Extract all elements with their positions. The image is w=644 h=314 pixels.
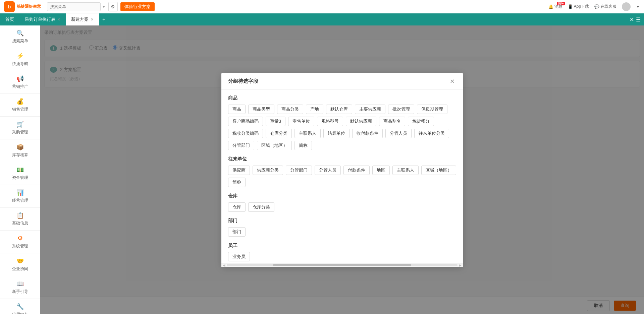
- field-tag[interactable]: 商品: [228, 105, 246, 114]
- field-tag[interactable]: 仓库: [228, 202, 246, 212]
- field-tag[interactable]: 批次管理: [388, 105, 414, 114]
- field-tag[interactable]: 税收分类编码: [228, 129, 263, 138]
- hscroll-thumb[interactable]: [273, 264, 412, 266]
- field-tag[interactable]: 分管部门: [286, 166, 312, 175]
- service-icon: 💬: [594, 4, 599, 9]
- bell-icon: 🔔: [548, 4, 553, 9]
- avatar[interactable]: [622, 2, 631, 11]
- app-download-button[interactable]: 📱 App下载: [568, 4, 589, 9]
- sidebar-item-search[interactable]: 🔍 搜索菜单: [0, 25, 40, 48]
- sidebar-purchase-label: 采购管理: [12, 129, 28, 135]
- search-input[interactable]: [47, 2, 101, 11]
- logo-char: b: [8, 4, 11, 9]
- field-tag[interactable]: 规格型号: [317, 117, 343, 126]
- try-button[interactable]: 体验行业方案: [120, 2, 155, 11]
- bell-button[interactable]: 🔔 消息 99+: [548, 4, 562, 9]
- tabbar: 首页 采购订单执行表 ✕ 新建方案 ✕ + ✕ ☰: [0, 13, 644, 25]
- field-tag[interactable]: 分管人员: [385, 129, 412, 138]
- sidebar-collab-label: 企业协同: [12, 266, 28, 272]
- group-dept-title: 部门: [228, 218, 456, 224]
- field-tag[interactable]: 重量3: [266, 117, 285, 126]
- field-tag[interactable]: 主联系人: [294, 129, 321, 138]
- field-tag[interactable]: 保质期管理: [417, 105, 447, 114]
- tab-home[interactable]: 首页: [0, 13, 19, 25]
- field-tag[interactable]: 客户商品编码: [228, 117, 263, 126]
- hscroll-left-icon[interactable]: ◀: [223, 263, 227, 267]
- sidebar-item-operations[interactable]: 📊 经营管理: [0, 185, 40, 208]
- field-tag[interactable]: 区域（地区）: [257, 141, 292, 150]
- modal-horizontal-scrollbar[interactable]: ◀ ▶: [221, 263, 463, 267]
- group-partner-title: 往来单位: [228, 156, 456, 162]
- tabbar-close-icon[interactable]: ✕: [630, 16, 634, 23]
- field-tag[interactable]: 供应商: [228, 166, 250, 175]
- field-tag[interactable]: 往来单位分类: [414, 129, 449, 138]
- field-tag[interactable]: 区域（地区）: [421, 166, 456, 175]
- guide-icon: 📖: [16, 280, 24, 288]
- field-tag[interactable]: 产地: [306, 105, 323, 114]
- sidebar-item-sales[interactable]: 💰 销售管理: [0, 94, 40, 117]
- field-tag[interactable]: 零售单位: [288, 117, 314, 126]
- field-tag[interactable]: 默认供应商: [346, 117, 376, 126]
- field-tag[interactable]: 分管部门: [228, 141, 254, 150]
- field-tag[interactable]: 主要供应商: [355, 105, 385, 114]
- field-tag[interactable]: 收付款条件: [352, 129, 383, 138]
- tab-purchase-order[interactable]: 采购订单执行表 ✕: [19, 13, 66, 25]
- sidebar-item-apps[interactable]: 🔧 应用中心: [0, 299, 40, 314]
- field-tag[interactable]: 商品分类: [277, 105, 303, 114]
- content-area: 采购订单执行表方案设置 1 1 选择模板 汇总表 交叉统计表 2 2 方案配置 …: [40, 25, 644, 314]
- field-tag[interactable]: 主联系人: [392, 166, 419, 175]
- sidebar-sales-label: 销售管理: [12, 107, 28, 112]
- sidebar-item-inventory[interactable]: 📦 库存核算: [0, 139, 40, 162]
- modal-overlay: 分组待选字段 ✕ 商品 商品 商品类型 商品分类 产地: [40, 25, 644, 314]
- sidebar-finance-label: 资金管理: [12, 175, 28, 181]
- modal-body[interactable]: 商品 商品 商品类型 商品分类 产地 默认仓库 主要供应商 批次管理 保质期管理…: [221, 90, 463, 263]
- field-tag[interactable]: 分管人员: [315, 166, 341, 175]
- sidebar-item-base-info[interactable]: 📋 基础信息: [0, 208, 40, 231]
- field-tag[interactable]: 地区: [372, 166, 390, 175]
- sidebar-item-marketing[interactable]: 📢 营销推广: [0, 71, 40, 94]
- field-tag[interactable]: 简称: [294, 141, 312, 150]
- field-tag[interactable]: 结算单位: [323, 129, 350, 138]
- tab-add-icon[interactable]: +: [99, 16, 109, 22]
- sidebar-quicknav-label: 快捷导航: [12, 61, 28, 67]
- inventory-icon: 📦: [16, 143, 24, 151]
- field-tag[interactable]: 商品别名: [379, 117, 405, 126]
- finance-icon: 💵: [16, 166, 24, 174]
- modal-close-button[interactable]: ✕: [448, 77, 456, 85]
- sidebar-item-system[interactable]: ⚙ 系统管理: [0, 231, 40, 253]
- base-info-icon: 📋: [16, 212, 24, 219]
- sidebar-item-quicknav[interactable]: ⚡ 快捷导航: [0, 48, 40, 71]
- tab-new-plan-close-icon[interactable]: ✕: [91, 17, 94, 22]
- sidebar-item-finance[interactable]: 💵 资金管理: [0, 162, 40, 185]
- field-tag[interactable]: 付款条件: [343, 166, 370, 175]
- field-tag[interactable]: 部门: [228, 227, 246, 237]
- hscroll-right-icon[interactable]: ▶: [458, 263, 462, 267]
- group-product-title: 商品: [228, 95, 456, 101]
- field-tag[interactable]: 简称: [228, 178, 246, 187]
- sidebar-item-guide[interactable]: 📖 新手引导: [0, 276, 40, 299]
- field-group-partner: 往来单位 供应商 供应商分类 分管部门 分管人员 付款条件 地区 主联系人 区域…: [228, 156, 456, 187]
- tabbar-menu-icon[interactable]: ☰: [636, 16, 641, 23]
- group-product-tags: 商品 商品类型 商品分类 产地 默认仓库 主要供应商 批次管理 保质期管理 客户…: [228, 105, 456, 150]
- sidebar-item-collab[interactable]: 🤝 企业协同: [0, 253, 40, 276]
- field-tag[interactable]: 业务员: [228, 252, 250, 261]
- field-tag[interactable]: 默认仓库: [326, 105, 352, 114]
- app-icon: 📱: [568, 4, 573, 9]
- field-tag[interactable]: 仓库分类: [248, 202, 274, 212]
- service-button[interactable]: 💬 在线客服: [594, 4, 616, 9]
- logo-icon: b: [4, 1, 15, 12]
- field-tag[interactable]: 供应商分类: [253, 166, 283, 175]
- sidebar-search-label: 搜索菜单: [12, 38, 28, 44]
- gear-button[interactable]: ⚙: [108, 2, 118, 11]
- tab-purchase-close-icon[interactable]: ✕: [57, 17, 60, 22]
- collab-icon: 🤝: [16, 257, 24, 265]
- sidebar-marketing-label: 营销推广: [12, 84, 28, 89]
- tab-new-plan[interactable]: 新建方案 ✕: [66, 13, 99, 25]
- quicknav-icon: ⚡: [16, 52, 24, 60]
- purchase-icon: 🛒: [16, 121, 24, 128]
- sidebar-item-purchase[interactable]: 🛒 采购管理: [0, 117, 40, 139]
- field-tag[interactable]: 炼货积分: [408, 117, 434, 126]
- field-tag[interactable]: 商品类型: [248, 105, 274, 114]
- tab-home-label: 首页: [5, 16, 14, 22]
- field-tag[interactable]: 仓库分类: [266, 129, 292, 138]
